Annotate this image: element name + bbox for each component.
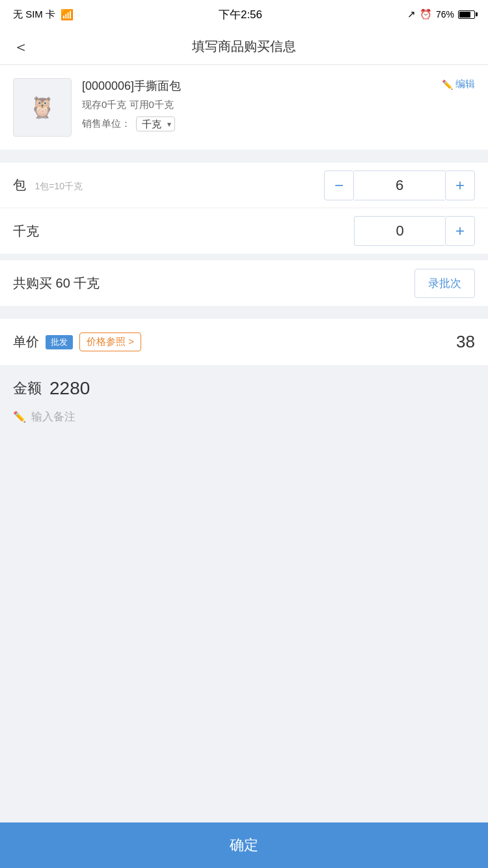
nav-bar: ＜ 填写商品购买信息 bbox=[0, 29, 488, 65]
price-section: 单价 批发 价格参照 > 38 bbox=[0, 319, 488, 365]
qty-label-bao: 包 1包=10千克 bbox=[13, 176, 324, 194]
product-unit-row: 销售单位： 千克 bbox=[82, 116, 475, 131]
remark-placeholder: 输入备注 bbox=[31, 409, 75, 424]
empty-space bbox=[0, 437, 488, 671]
quantity-row-bao: 包 1包=10千克 − + bbox=[0, 163, 488, 208]
total-section: 共购买 60 千克 录批次 bbox=[0, 260, 488, 306]
pencil-icon: ✏️ bbox=[13, 411, 26, 423]
battery-text: 76% bbox=[436, 9, 454, 20]
unit-select[interactable]: 千克 bbox=[136, 116, 175, 131]
qty-minus-bao[interactable]: − bbox=[324, 170, 354, 200]
price-ref-label: 价格参照 > bbox=[87, 336, 134, 348]
quantity-section: 包 1包=10千克 − + 千克 + bbox=[0, 163, 488, 254]
qty-hint-bao: 1包=10千克 bbox=[35, 181, 83, 191]
price-row: 单价 批发 价格参照 > 38 bbox=[13, 332, 475, 352]
divider-2 bbox=[0, 254, 488, 260]
total-text: 共购买 60 千克 bbox=[13, 275, 100, 292]
status-carrier: 无 SIM 卡 📶 bbox=[13, 8, 74, 21]
divider-1 bbox=[0, 156, 488, 163]
price-left: 单价 批发 价格参照 > bbox=[13, 332, 141, 351]
product-section: 🦉 [0000006]手撕面包 现存0千克 可用0千克 销售单位： 千克 ✏️ … bbox=[0, 65, 488, 150]
confirm-bar[interactable]: 确定 bbox=[0, 822, 488, 868]
status-right: ↗ ⏰ 76% bbox=[407, 8, 475, 20]
qty-label-kg: 千克 bbox=[13, 223, 354, 240]
edit-icon: ✏️ bbox=[442, 79, 453, 90]
confirm-button[interactable]: 确定 bbox=[230, 835, 258, 855]
product-info: [0000006]手撕面包 现存0千克 可用0千克 销售单位： 千克 bbox=[82, 78, 475, 131]
divider-3 bbox=[0, 312, 488, 319]
alarm-icon: ⏰ bbox=[420, 8, 432, 20]
price-label: 单价 bbox=[13, 333, 39, 351]
price-tag-batch: 批发 bbox=[46, 335, 73, 349]
product-stock: 现存0千克 可用0千克 bbox=[82, 99, 475, 111]
edit-label: 编辑 bbox=[455, 78, 475, 90]
edit-button[interactable]: ✏️ 编辑 bbox=[442, 78, 475, 90]
qty-control-bao: − + bbox=[324, 170, 475, 200]
product-image: 🦉 bbox=[13, 78, 72, 137]
qty-plus-bao[interactable]: + bbox=[445, 170, 475, 200]
remark-row[interactable]: ✏️ 输入备注 bbox=[13, 409, 475, 437]
product-name: [0000006]手撕面包 bbox=[82, 78, 475, 94]
quantity-row-kg: 千克 + bbox=[0, 208, 488, 254]
qty-input-bao[interactable] bbox=[354, 170, 445, 200]
carrier-text: 无 SIM 卡 bbox=[13, 8, 55, 21]
wifi-icon: 📶 bbox=[61, 8, 74, 21]
page-title: 填写商品购买信息 bbox=[192, 38, 296, 55]
status-bar: 无 SIM 卡 📶 下午2:56 ↗ ⏰ 76% bbox=[0, 0, 488, 29]
price-value: 38 bbox=[456, 332, 475, 352]
amount-value: 2280 bbox=[49, 378, 90, 399]
amount-label: 金额 bbox=[13, 379, 42, 398]
location-icon: ↗ bbox=[407, 8, 416, 20]
product-logo: 🦉 bbox=[29, 95, 55, 120]
batch-button[interactable]: 录批次 bbox=[414, 269, 475, 298]
qty-input-kg[interactable] bbox=[354, 216, 445, 246]
battery-icon bbox=[458, 10, 475, 19]
amount-row: 金额 2280 bbox=[13, 378, 475, 399]
unit-label: 销售单位： bbox=[82, 118, 131, 130]
back-button[interactable]: ＜ bbox=[13, 36, 29, 57]
status-time: 下午2:56 bbox=[219, 7, 262, 22]
qty-control-kg: + bbox=[354, 216, 475, 246]
amount-section: 金额 2280 ✏️ 输入备注 bbox=[0, 365, 488, 437]
qty-plus-kg[interactable]: + bbox=[445, 216, 475, 246]
unit-select-wrap[interactable]: 千克 bbox=[136, 116, 175, 131]
price-ref-button[interactable]: 价格参照 > bbox=[79, 332, 141, 351]
